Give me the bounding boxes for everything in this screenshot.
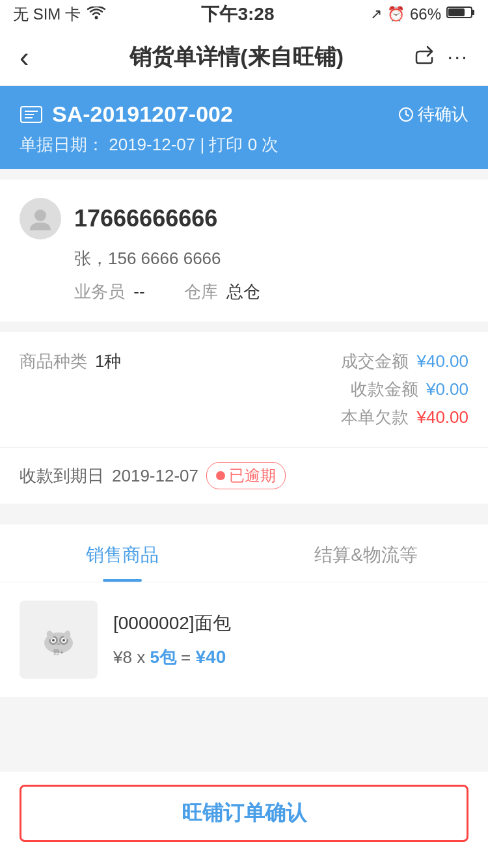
- wifi-icon: [87, 5, 105, 23]
- status-bar: 无 SIM 卡 下午3:28 ↗ ⏰ 66%: [0, 0, 488, 29]
- product-name: [0000002]面包: [113, 611, 468, 636]
- product-info: [0000002]面包 ¥8 x 5包 = ¥40: [113, 611, 468, 669]
- order-header: SA-20191207-002 待确认 单据日期： 2019-12-07 | 打…: [0, 86, 488, 169]
- product-list: 野+ [0000002]面包 ¥8 x 5包 = ¥40: [0, 582, 488, 697]
- balance-value: ¥40.00: [416, 407, 468, 427]
- back-button[interactable]: ‹: [20, 41, 59, 74]
- share-icon[interactable]: [414, 45, 434, 69]
- tab-settlement[interactable]: 结算&物流等: [244, 524, 488, 582]
- customer-meta: 业务员 -- 仓库 总仓: [74, 280, 468, 303]
- status-left: 无 SIM 卡: [13, 4, 105, 25]
- page-title: 销货单详情(来自旺铺): [59, 42, 414, 72]
- customer-avatar: [20, 198, 61, 239]
- order-id: SA-20191207-002: [20, 102, 233, 127]
- order-status: 待确认: [398, 103, 468, 126]
- bottom-button-container: 旺铺订单确认: [0, 772, 488, 868]
- order-date: 单据日期： 2019-12-07 | 打印 0 次: [20, 133, 468, 156]
- warehouse-label: 仓库: [184, 282, 218, 301]
- product-price: ¥8 x 5包 = ¥40: [113, 646, 468, 669]
- warehouse-value: 总仓: [226, 282, 260, 301]
- amount-value: ¥40.00: [416, 351, 468, 372]
- status-right: ↗ ⏰ 66%: [370, 5, 475, 23]
- amount-label: 成交金额: [341, 350, 409, 373]
- divider-2: [0, 504, 488, 514]
- customer-phone: 17666666666: [74, 205, 217, 232]
- overdue-badge: 已逾期: [206, 462, 286, 489]
- nav-bar: ‹ 销货单详情(来自旺铺) ···: [0, 29, 488, 86]
- more-icon[interactable]: ···: [447, 45, 468, 69]
- svg-point-18: [62, 639, 65, 642]
- divider-1: [0, 321, 488, 332]
- due-date-label: 收款到期日: [20, 465, 104, 487]
- customer-card: 17666666666 张，156 6666 6666 业务员 -- 仓库 总仓: [0, 180, 488, 321]
- nav-actions: ···: [414, 45, 468, 69]
- received-label: 收款金额: [351, 378, 418, 401]
- received-value: ¥0.00: [426, 379, 468, 400]
- customer-name: 张，156 6666 6666: [74, 247, 468, 270]
- battery-icon: [446, 5, 475, 23]
- tabs-container: 销售商品 结算&物流等: [0, 524, 488, 582]
- direction-icon: ↗: [370, 6, 382, 23]
- overdue-dot: [216, 471, 225, 480]
- status-text: 待确认: [418, 103, 468, 126]
- battery-text: 66%: [410, 5, 441, 23]
- balance-label: 本单欠款: [341, 406, 409, 429]
- svg-line-10: [406, 115, 409, 116]
- summary-card: 商品种类 1种 成交金额 ¥40.00 收款金额 ¥0.00 本单欠款 ¥40.…: [0, 332, 488, 447]
- sales-label: 业务员: [74, 282, 125, 301]
- product-type-label: 商品种类: [20, 350, 87, 373]
- product-type-value: 1种: [95, 350, 121, 373]
- product-total: ¥40: [196, 647, 226, 667]
- product-item: 野+ [0000002]面包 ¥8 x 5包 = ¥40: [0, 582, 488, 697]
- svg-text:野+: 野+: [53, 649, 64, 656]
- svg-point-11: [34, 210, 46, 221]
- product-thumbnail: 野+: [20, 601, 98, 679]
- status-time: 下午3:28: [201, 2, 274, 27]
- product-qty: 5包: [150, 647, 176, 667]
- overdue-text: 已逾期: [229, 465, 276, 486]
- no-sim-text: 无 SIM 卡: [13, 4, 81, 25]
- sales-value: --: [133, 282, 144, 301]
- svg-rect-3: [448, 8, 465, 16]
- confirm-order-button[interactable]: 旺铺订单确认: [20, 785, 468, 842]
- alarm-icon: ⏰: [387, 6, 405, 23]
- svg-point-17: [52, 639, 55, 642]
- due-date-value: 2019-12-07: [112, 466, 198, 486]
- due-date-card: 收款到期日 2019-12-07 已逾期: [0, 448, 488, 504]
- svg-rect-2: [472, 10, 474, 15]
- svg-point-0: [95, 16, 98, 20]
- tab-sales-goods[interactable]: 销售商品: [0, 524, 244, 582]
